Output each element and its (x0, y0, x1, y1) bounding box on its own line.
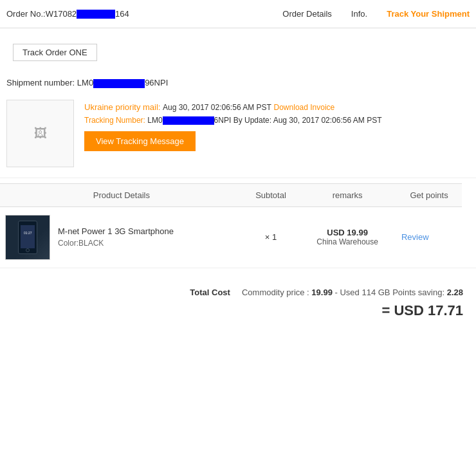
col-get-points: Get points (396, 183, 462, 206)
col-product-details: Product Details (0, 183, 243, 206)
product-info: M-net Power 1 3G Smartphone Color:BLACK (58, 226, 174, 248)
subtotal-value: USD 19.99 China Warehouse (304, 228, 391, 246)
tracking-section: 🖼 Ukraine priority mail: Aug 30, 2017 02… (0, 95, 476, 178)
tracking-number-row: Tracking Number: LM06NPI By Update: Aug … (84, 116, 470, 125)
by-update-text: By Update: Aug 30, 2017 02:06:56 AM PST (233, 116, 382, 125)
product-warehouse: China Warehouse (304, 237, 391, 246)
product-image-placeholder: 🖼 (6, 100, 74, 167)
product-table: Product Details Subtotal remarks Get poi… (0, 183, 476, 268)
order-number-suffix: 164 (115, 9, 129, 19)
product-details-cell: 01:27 M-net Power 1 3G Smartphone Color:… (0, 206, 243, 268)
col-subtotal: Subtotal (243, 183, 299, 206)
track-order-button[interactable]: Track Order ONE (13, 44, 97, 61)
order-number-redacted (77, 10, 115, 19)
total-cost-label: Total Cost (190, 288, 230, 297)
order-number: Order No.:W17082164 (6, 9, 129, 19)
tab-track-shipment[interactable]: Track Your Shipment (387, 6, 470, 21)
tracking-details: Ukraine priority mail: Aug 30, 2017 02:0… (84, 100, 470, 167)
phone-home-button (26, 248, 30, 252)
commodity-value: 19.99 (311, 288, 333, 297)
phone-shape: 01:27 (18, 221, 37, 254)
shipment-number-redacted (93, 79, 145, 88)
mail-type-label: Ukraine priority mail: (84, 102, 160, 112)
view-tracking-button[interactable]: View Tracking Message (84, 131, 196, 151)
tracking-number-prefix: LM0 (147, 116, 162, 125)
product-thumbnail: 01:27 (5, 215, 50, 260)
tracking-number-suffix: 6NPI (214, 116, 232, 125)
product-color: Color:BLACK (58, 239, 174, 248)
points-saving: 2.28 (447, 288, 463, 297)
quantity-value: × 1 (248, 232, 294, 242)
mail-date: Aug 30, 2017 02:06:56 AM PST (163, 103, 271, 112)
shipment-number: Shipment number: LM096NPI (0, 73, 476, 95)
shipment-label: Shipment number: LM0 (6, 78, 93, 87)
total-final-amount: = USD 17.71 (381, 302, 463, 318)
product-price: USD 19.99 (304, 228, 391, 237)
review-link[interactable]: Review (401, 232, 429, 242)
tracking-number-redacted (163, 116, 214, 125)
tracking-number-label: Tracking Number: (84, 116, 145, 125)
product-thumb-inner: 01:27 (6, 215, 50, 259)
total-section: Total Cost Commodity price : 19.99 - Use… (0, 268, 476, 332)
total-final: = USD 17.71 (13, 302, 463, 319)
time-display: 01:27 (24, 231, 32, 235)
table-row: 01:27 M-net Power 1 3G Smartphone Color:… (0, 206, 476, 268)
tab-info[interactable]: Info. (351, 6, 367, 21)
quantity-cell: × 1 (243, 206, 299, 268)
product-cell: 01:27 M-net Power 1 3G Smartphone Color:… (5, 215, 238, 260)
commodity-prefix: Commodity price : (242, 288, 309, 297)
phone-screen: 01:27 (21, 225, 35, 248)
shipment-suffix: 96NPI (145, 78, 168, 87)
get-points-cell (462, 206, 476, 268)
nav-tabs: Order Details Info. Track Your Shipment (282, 6, 470, 21)
order-header: Order No.:W17082164 Order Details Info. … (0, 0, 476, 28)
order-number-prefix: Order No.:W17082 (6, 9, 77, 19)
product-name: M-net Power 1 3G Smartphone (58, 226, 174, 236)
remarks-cell: Review (396, 206, 462, 268)
download-invoice-link[interactable]: Download Invoice (274, 103, 335, 112)
points-text: - Used 114 GB Points saving: (335, 288, 445, 297)
tab-order-details[interactable]: Order Details (282, 6, 332, 21)
mail-type-row: Ukraine priority mail: Aug 30, 2017 02:0… (84, 102, 470, 112)
col-remarks: remarks (298, 183, 396, 206)
total-commodity-row: Total Cost Commodity price : 19.99 - Use… (13, 288, 463, 297)
subtotal-cell: USD 19.99 China Warehouse (298, 206, 396, 268)
